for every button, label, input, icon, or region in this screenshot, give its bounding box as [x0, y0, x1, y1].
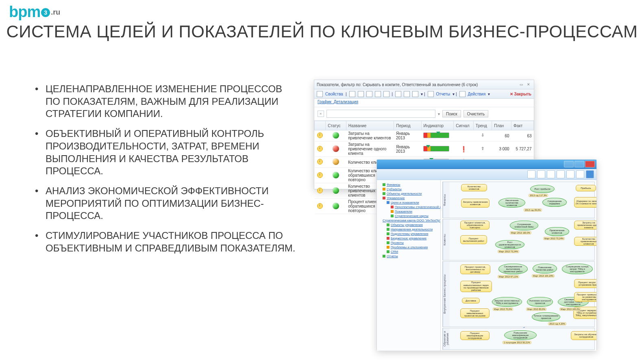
window-controls[interactable]: [562, 160, 596, 169]
tool-icon[interactable]: [527, 170, 535, 178]
tool-icon[interactable]: [566, 170, 574, 178]
map-node[interactable]: Затраты на обучение сотрудников: [571, 331, 596, 340]
map-node[interactable]: Усиление контроля проектов: [527, 297, 553, 307]
tree-item[interactable]: Стратегические карты: [379, 214, 439, 218]
info-icon[interactable]: [317, 188, 323, 193]
tree-item[interactable]: Перспективы стратегической карты: [379, 205, 439, 209]
open-icon[interactable]: [358, 91, 364, 97]
tool-icon[interactable]: [557, 170, 565, 178]
toolbar-actions[interactable]: Действия: [468, 92, 486, 96]
metric-tag: 1 полугодие 2013 50,21%: [503, 341, 531, 344]
map-node[interactable]: Сокращение потерь затрат ТМЦ и инструмен…: [562, 264, 593, 274]
search-input[interactable]: [326, 110, 435, 118]
col-c4[interactable]: Индикатор: [421, 121, 454, 130]
table-row[interactable]: Затраты на привлечение одного клиентаЯнв…: [315, 141, 534, 157]
tree-item[interactable]: Цели и показатели: [379, 200, 439, 205]
tab-detail[interactable]: Детализация: [334, 100, 358, 104]
tool-icon[interactable]: [547, 170, 555, 178]
map-node[interactable]: Процент проектов, выполненных по договор…: [460, 264, 490, 274]
map-node[interactable]: Количество клиентов: [461, 184, 487, 191]
close-button[interactable]: ✕ Закрыть: [510, 92, 531, 96]
metric-tag: Март 2013 73,24%: [543, 237, 565, 240]
tree-item[interactable]: Проблемы и отклонения: [379, 245, 439, 249]
filter-icon[interactable]: [412, 91, 418, 97]
table-row[interactable]: Затраты на привлечение клиентовЯнварь 20…: [315, 130, 534, 141]
col-c7[interactable]: План: [492, 121, 511, 130]
status-dot: [333, 187, 339, 194]
map-node[interactable]: Сокращение издержек: [542, 198, 567, 207]
tree-item[interactable]: Объекты управления: [379, 223, 439, 227]
properties-icon[interactable]: [317, 91, 323, 97]
map-node[interactable]: Затраты на привлечение одного клиента: [574, 221, 596, 230]
refresh-icon[interactable]: [404, 91, 410, 97]
tree-item[interactable]: Объекты деятельности: [379, 191, 439, 196]
panel-tabs: График Детализация: [314, 99, 534, 107]
map-node[interactable]: Количество привлеченных клиентов: [574, 237, 596, 246]
tree-item[interactable]: Управление: [379, 196, 439, 200]
tab-chart[interactable]: График: [318, 100, 331, 104]
tool-icon[interactable]: [537, 170, 545, 178]
tool-icon[interactable]: [576, 170, 584, 178]
tree-item[interactable]: Субъекты: [379, 187, 439, 191]
print-icon[interactable]: [428, 91, 434, 97]
clear-button[interactable]: Очистить: [463, 110, 489, 117]
map-node[interactable]: Процент превышений по развитию инструмен…: [574, 292, 596, 302]
tree-item[interactable]: Показатели: [379, 209, 439, 214]
toolbar-properties[interactable]: Свойства: [325, 92, 343, 96]
tool-icon-active[interactable]: [586, 170, 594, 178]
info-icon[interactable]: [317, 146, 323, 152]
info-icon[interactable]: [317, 172, 323, 178]
map-node[interactable]: Процент выполнения работ: [460, 235, 487, 244]
col-c5[interactable]: Сигнал: [454, 121, 474, 130]
map-node[interactable]: Своевременное выполнение проектных работ: [498, 264, 528, 274]
info-icon[interactable]: [317, 159, 323, 165]
row-plan: 3 000: [492, 141, 511, 157]
col-c8[interactable]: Факт: [511, 121, 534, 130]
map-node[interactable]: Процент невыявленных проектов на рынке: [460, 308, 490, 318]
toolbar-reports[interactable]: Отчеты: [436, 92, 450, 96]
status-dot: [333, 158, 339, 165]
search-button[interactable]: Поиск: [442, 110, 461, 117]
tree-item[interactable]: Отчеты: [379, 254, 439, 258]
map-node[interactable]: Прибыль: [576, 185, 596, 191]
col-c3[interactable]: Период: [394, 121, 421, 130]
map-node[interactable]: Процент затрат на устранение брака: [574, 279, 596, 288]
actions-icon[interactable]: [459, 91, 466, 97]
map-node[interactable]: Рост прибыли: [530, 185, 555, 193]
delete-icon[interactable]: [383, 91, 389, 97]
map-node[interactable]: Процент невыполненных задач по производс…: [460, 281, 492, 292]
map-node[interactable]: Издержки по запасам (% стоимости запасов…: [574, 197, 596, 208]
save-icon[interactable]: [366, 91, 372, 97]
dropdown-icon[interactable]: ▾: [438, 112, 440, 116]
tree-item[interactable]: Стратегическая карта ООО "ИнТехПр": [379, 218, 439, 223]
map-node[interactable]: Точное планирование проектов: [532, 312, 560, 321]
edit-icon[interactable]: [375, 91, 381, 97]
tree-item[interactable]: Подсистемы управления: [379, 232, 439, 236]
map-node[interactable]: Процент клиентов, обратившихся повторно: [460, 221, 490, 230]
col-c0[interactable]: [315, 121, 326, 130]
info-icon[interactable]: [317, 203, 323, 209]
tree-item[interactable]: CRM: [379, 249, 439, 254]
info-icon[interactable]: [317, 132, 323, 138]
new-icon[interactable]: [349, 91, 355, 97]
map-node[interactable]: Сохранение клиентской базы: [510, 221, 538, 230]
copy-icon[interactable]: [395, 91, 401, 97]
tree-item[interactable]: Направления деятельности: [379, 227, 439, 232]
map-node[interactable]: Увеличение количества клиентов: [498, 198, 525, 208]
window-buttons[interactable]: ▭ ✕: [520, 82, 531, 87]
col-c1[interactable]: Статус: [326, 121, 346, 130]
map-node[interactable]: Привлечение клиентов: [545, 227, 569, 236]
clear-filter-icon[interactable]: ×: [318, 111, 324, 117]
map-node[interactable]: Затраты привлечения клиентов: [461, 199, 490, 208]
map-node[interactable]: Повышение качества работ: [533, 264, 557, 273]
col-c6[interactable]: Тренд: [473, 121, 492, 130]
tree-item[interactable]: Бюджетное управление: [379, 236, 439, 241]
map-node[interactable]: Повышение квалификации сотрудников: [504, 330, 537, 340]
map-node[interactable]: Доставка: [462, 298, 480, 303]
col-c2[interactable]: Название: [346, 121, 394, 130]
map-node[interactable]: Закупки качественных ТМЦ и инструмента: [492, 297, 522, 307]
tree-item[interactable]: Проекты: [379, 241, 439, 245]
map-node[interactable]: Рост удовлетворенности клиентов: [495, 240, 524, 249]
map-node[interactable]: Процент квалификации сотрудников: [460, 331, 490, 340]
tree-item[interactable]: Финансы: [379, 182, 439, 187]
